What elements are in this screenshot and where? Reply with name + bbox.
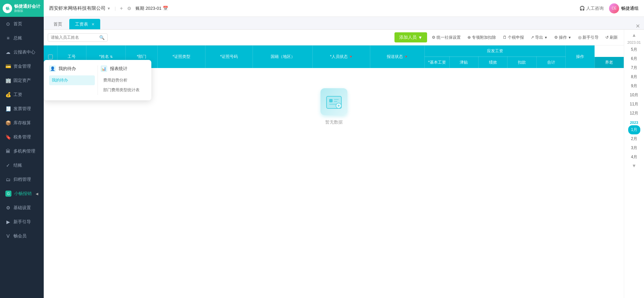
topbar-right: 🎧 人工咨询 CE 畅捷通组 (579, 3, 639, 13)
sidebar-item-newbie[interactable]: ▶ 新手引导 (0, 215, 44, 229)
svg-rect-3 (334, 101, 337, 102)
operation-icon: ⚙ (554, 35, 558, 40)
popup-icon-2: 📊 (101, 65, 107, 72)
popup-section2-title: 📊 报表统计 (101, 65, 146, 72)
th-allowance: 津贴 (449, 57, 478, 68)
popup-divider (98, 65, 98, 95)
user-area[interactable]: CE 畅捷通组 (609, 3, 639, 13)
social-icon: ⚙ (432, 35, 435, 40)
tab-salary-table[interactable]: 工资表 ✕ (69, 19, 100, 29)
refresh-btn[interactable]: ↺ 刷新 (603, 33, 620, 42)
popup-item-dept-cost[interactable]: 部门费用类型统计表 (101, 85, 146, 95)
fund-icon: 💳 (5, 64, 11, 69)
month-item-8[interactable]: 8月 (624, 72, 644, 81)
sidebar-item-salary[interactable]: 💰 工资 (0, 88, 44, 102)
main-area: 西安虾米网络科技有限公司 ▼ | + ⚙ 账期 2023-01 📅 🎧 人工咨询… (44, 0, 644, 298)
export-btn[interactable]: ↗ 导出 ▼ (529, 33, 550, 42)
month-item-7[interactable]: 7月 (624, 63, 644, 72)
logo-icon: 畅 (3, 4, 12, 13)
xiaochang-icon: G (5, 191, 11, 197)
sidebar-item-home[interactable]: ⊙ 首页 (0, 17, 44, 31)
popup-item-my-todo[interactable]: 我的待办 (49, 75, 95, 85)
th-report-status: 报送状态 🔻 (370, 45, 425, 68)
sidebar-item-tax[interactable]: 🔖 税务管理 (0, 130, 44, 144)
month-year-current: 2023 (630, 119, 638, 125)
settings-icon[interactable]: ⚙ (127, 6, 131, 11)
company-selector[interactable]: 西安虾米网络科技有限公司 ▼ (49, 5, 111, 11)
month-item-9[interactable]: 9月 (624, 81, 644, 91)
select-all-checkbox[interactable] (48, 55, 53, 59)
sidebar-item-xiaochang[interactable]: G 小畅报销 ◀ (0, 187, 44, 201)
sidebar-item-ledger[interactable]: ≡ 总账 (0, 31, 44, 45)
sidebar-item-label: 云报表中心 (13, 49, 35, 55)
support-label: 人工咨询 (586, 5, 604, 11)
svg-rect-1 (329, 99, 333, 102)
sidebar-item-label: 畅会员 (13, 233, 27, 239)
th-id-number: *证照号码 (205, 45, 253, 68)
search-icon[interactable]: 🔍 (99, 35, 105, 40)
month-item-1[interactable]: 1月 (628, 125, 640, 134)
sidebar-item-label: 首页 (13, 21, 22, 27)
month-year-prev: 2023.01 (628, 39, 641, 45)
month-item-5[interactable]: 5月 (624, 45, 644, 54)
cloud-icon: ☁ (5, 49, 11, 55)
social-insurance-btn[interactable]: ⚙ 统一社保设置 (430, 33, 463, 42)
toolbar: 🔍 添加人员 ▼ ⚙ 统一社保设置 ⊕ 专项附加扣除 (44, 30, 624, 45)
empty-text: 暂无数据 (325, 119, 343, 125)
period-label: 账期 (136, 5, 144, 11)
dropdown-icon: ▼ (107, 6, 111, 10)
sidebar-item-label: 归档管理 (13, 176, 31, 183)
month-nav-down[interactable]: ▼ (631, 162, 638, 170)
logo-subtitle: 旗舰版 (14, 9, 40, 13)
special-deduction-btn[interactable]: ⊕ 专项附加扣除 (465, 33, 498, 42)
sidebar-item-invoice[interactable]: 🧾 发票管理 (0, 102, 44, 116)
sidebar-item-label: 小畅报销 (14, 191, 32, 197)
sidebar-item-multi-org[interactable]: 🏛 多机构管理 (0, 144, 44, 158)
sidebar-item-label: 资金管理 (13, 63, 31, 69)
newbie-guide-btn[interactable]: ◎ 新手引导 (576, 33, 601, 42)
sidebar-logo: 畅 畅捷通好会计 旗舰版 (0, 0, 44, 17)
month-item-6[interactable]: 6月 (624, 54, 644, 63)
search-input[interactable] (51, 35, 98, 40)
multi-org-icon: 🏛 (5, 148, 11, 154)
sidebar-item-fund[interactable]: 💳 资金管理 (0, 59, 44, 73)
sidebar-item-cloud-report[interactable]: ☁ 云报表中心 (0, 45, 44, 59)
th-base-salary: *基本工资 (425, 57, 450, 68)
operation-btn[interactable]: ⚙ 操作 ▼ (552, 33, 573, 42)
sidebar-item-basic[interactable]: ⚙ 基础设置 (0, 201, 44, 215)
close-tab-area-btn[interactable]: ✕ (636, 23, 640, 29)
popup-item-cost-trend[interactable]: 费用趋势分析 (101, 75, 146, 85)
add-person-label: 添加人员 (399, 34, 417, 40)
month-item-10[interactable]: 10月 (624, 91, 644, 100)
th-pension: 养老 (595, 57, 623, 68)
sidebar-item-settlement[interactable]: ✓ 结账 (0, 158, 44, 172)
month-item-2[interactable]: 2月 (624, 134, 644, 143)
tab-home[interactable]: 首页 (48, 19, 68, 29)
sidebar-item-vip[interactable]: V 畅会员 (0, 229, 44, 243)
month-item-3[interactable]: 3月 (624, 143, 644, 153)
sidebar-item-label: 库存核算 (13, 120, 31, 126)
personal-tax-btn[interactable]: 🗒 个税申报 (501, 33, 526, 42)
month-item-12[interactable]: 12月 (624, 109, 644, 118)
month-item-4[interactable]: 4月 (624, 153, 644, 162)
add-person-btn[interactable]: 添加人员 ▼ (394, 32, 427, 42)
sidebar-item-label: 多机构管理 (13, 148, 35, 154)
headset-icon: 🎧 (579, 6, 585, 11)
popup-col-1: 👤 我的待办 我的待办 (49, 65, 95, 95)
th-deduction: 扣款 (507, 57, 536, 68)
tab-close-btn[interactable]: ✕ (91, 22, 94, 26)
svg-rect-2 (334, 99, 339, 100)
support-btn[interactable]: 🎧 人工咨询 (579, 5, 604, 11)
refresh-icon: ↺ (605, 35, 609, 40)
toolbar-buttons: 添加人员 ▼ ⚙ 统一社保设置 ⊕ 专项附加扣除 🗒 个税申报 (394, 32, 620, 42)
sidebar-item-archive[interactable]: 🗂 归档管理 (0, 172, 44, 187)
newbie-icon: ▶ (5, 219, 11, 225)
basic-icon: ⚙ (5, 205, 11, 210)
sidebar-item-inventory[interactable]: 📦 库存核算 (0, 116, 44, 130)
month-item-11[interactable]: 11月 (624, 100, 644, 109)
add-company-btn[interactable]: + (120, 5, 123, 11)
month-nav-up[interactable]: ▲ (631, 31, 638, 39)
sidebar-item-fixed-assets[interactable]: 🏢 固定资产 (0, 73, 44, 88)
period-selector[interactable]: 账期 2023-01 📅 (136, 5, 168, 11)
add-dropdown-icon: ▼ (418, 35, 422, 40)
